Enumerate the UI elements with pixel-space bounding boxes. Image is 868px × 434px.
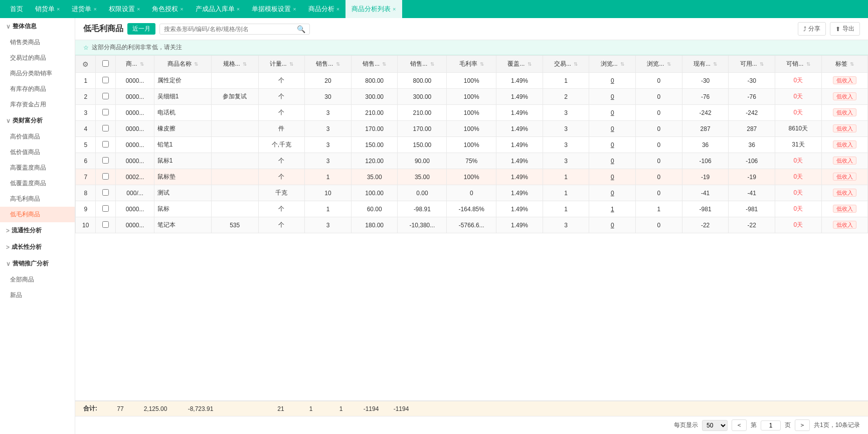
cell-sales-profit: 150.00 — [398, 137, 447, 153]
row-checkbox[interactable] — [102, 205, 109, 212]
cell-browse1[interactable]: 1 — [589, 201, 636, 217]
nav-close-icon[interactable]: × — [93, 6, 96, 12]
sidebar-item-高覆盖度商品[interactable]: 高覆盖度商品 — [0, 160, 75, 176]
nav-item-单据模板设置[interactable]: 单据模板设置× — [246, 0, 302, 18]
cell-transaction: 3 — [543, 137, 589, 153]
col-sales-count[interactable]: 销售... ⇅ — [305, 56, 352, 73]
row-checkbox[interactable] — [102, 109, 109, 115]
sidebar-item-全部商品[interactable]: 全部商品 — [0, 272, 75, 287]
row-checkbox[interactable] — [102, 125, 109, 131]
sidebar-item-库存资金占用[interactable]: 库存资金占用 — [0, 97, 75, 112]
next-page-button[interactable]: ＞ — [795, 419, 810, 431]
col-unit[interactable]: 计量... ⇅ — [258, 56, 305, 73]
row-checkbox[interactable] — [102, 157, 109, 164]
cell-name: 鼠标1 — [154, 153, 211, 169]
sidebar-section-成长性分析[interactable]: >成长性分析 — [0, 239, 75, 255]
col-browse1[interactable]: 浏览... ⇅ — [589, 56, 636, 73]
cell-browse1[interactable]: 0 — [589, 185, 636, 201]
sidebar-item-商品分类助销率[interactable]: 商品分类助销率 — [0, 66, 75, 81]
sidebar-item-高毛利商品[interactable]: 高毛利商品 — [0, 191, 75, 207]
cell-browse1[interactable]: 0 — [589, 153, 636, 169]
cell-sales-count: 1 — [305, 169, 352, 185]
date-filter-button[interactable]: 近一月 — [127, 23, 155, 35]
sidebar-section-整体信息[interactable]: ∨整体信息 — [0, 18, 75, 35]
col-gross-margin[interactable]: 毛利率 ⇅ — [447, 56, 496, 73]
row-checkbox[interactable] — [102, 189, 109, 196]
row-checkbox[interactable] — [102, 77, 109, 83]
col-sellable[interactable]: 可销... ⇅ — [775, 56, 822, 73]
col-checkbox[interactable] — [96, 56, 116, 73]
cell-checkbox[interactable] — [96, 105, 116, 121]
sidebar-item-低覆盖度商品[interactable]: 低覆盖度商品 — [0, 176, 75, 191]
sidebar-item-低毛利商品[interactable]: 低毛利商品 — [0, 207, 75, 222]
col-browse2[interactable]: 浏览... ⇅ — [636, 56, 682, 73]
col-sales-price[interactable]: 销售... ⇅ — [351, 56, 398, 73]
page-input[interactable] — [761, 420, 781, 430]
search-input[interactable] — [164, 26, 297, 33]
nav-close-icon[interactable]: × — [180, 6, 183, 12]
cell-browse1[interactable]: 0 — [589, 89, 636, 105]
cell-checkbox[interactable] — [96, 217, 116, 233]
nav-item-产成品入库单[interactable]: 产成品入库单× — [190, 0, 246, 18]
nav-close-icon[interactable]: × — [57, 6, 60, 12]
cell-current: -242 — [682, 105, 729, 121]
cell-browse1[interactable]: 0 — [589, 121, 636, 137]
cell-checkbox[interactable] — [96, 153, 116, 169]
sidebar-item-高价值商品[interactable]: 高价值商品 — [0, 129, 75, 144]
sidebar-item-新品[interactable]: 新品 — [0, 287, 75, 303]
nav-close-icon[interactable]: × — [393, 6, 396, 12]
cell-checkbox[interactable] — [96, 201, 116, 217]
cell-checkbox[interactable] — [96, 73, 116, 89]
cell-browse2: 0 — [636, 105, 682, 121]
sidebar-item-有库存的商品[interactable]: 有库存的商品 — [0, 81, 75, 97]
col-code[interactable]: 商... ⇅ — [116, 56, 154, 73]
sidebar-section-流通性分析[interactable]: >流通性分析 — [0, 222, 75, 239]
col-name[interactable]: 商品名称 ⇅ — [154, 56, 211, 73]
sidebar-item-销售类商品[interactable]: 销售类商品 — [0, 35, 75, 50]
share-button[interactable]: ⤴ 分享 — [798, 22, 826, 36]
select-all-checkbox[interactable] — [102, 60, 109, 67]
cell-checkbox[interactable] — [96, 185, 116, 201]
nav-item-销货单[interactable]: 销货单× — [29, 0, 66, 18]
sidebar-section-营销推广分析[interactable]: ∨营销推广分析 — [0, 255, 75, 272]
col-tag[interactable]: 标签 ⇅ — [821, 56, 867, 73]
cell-checkbox[interactable] — [96, 169, 116, 185]
nav-close-icon[interactable]: × — [137, 6, 140, 12]
nav-item-商品分析列表[interactable]: 商品分析列表× — [345, 0, 402, 18]
cell-checkbox[interactable] — [96, 121, 116, 137]
col-available[interactable]: 可用... ⇅ — [729, 56, 775, 73]
col-current[interactable]: 现有... ⇅ — [682, 56, 729, 73]
col-spec[interactable]: 规格... ⇅ — [211, 56, 258, 73]
row-checkbox[interactable] — [102, 221, 109, 228]
cell-browse1[interactable]: 0 — [589, 217, 636, 233]
sidebar-item-低价值商品[interactable]: 低价值商品 — [0, 144, 75, 160]
nav-item-角色授权[interactable]: 角色授权× — [146, 0, 189, 18]
col-coverage[interactable]: 覆盖... ⇅ — [496, 56, 543, 73]
export-button[interactable]: ⬆ 导出 — [830, 22, 860, 36]
cell-checkbox[interactable] — [96, 137, 116, 153]
cell-checkbox[interactable] — [96, 89, 116, 105]
per-page-select[interactable]: 50 100 200 — [702, 420, 728, 431]
nav-item-首页[interactable]: 首页 — [4, 0, 29, 18]
col-settings[interactable]: ⚙ — [76, 56, 96, 73]
col-sales-profit[interactable]: 销售... ⇅ — [398, 56, 447, 73]
nav-item-商品分析[interactable]: 商品分析× — [302, 0, 345, 18]
cell-browse1[interactable]: 0 — [589, 169, 636, 185]
nav-close-icon[interactable]: × — [237, 6, 240, 12]
cell-browse1[interactable]: 0 — [589, 137, 636, 153]
cell-browse1[interactable]: 0 — [589, 73, 636, 89]
search-icon[interactable]: 🔍 — [297, 25, 305, 33]
nav-item-进货单[interactable]: 进货单× — [66, 0, 102, 18]
col-transaction[interactable]: 交易... ⇅ — [543, 56, 589, 73]
nav-close-icon[interactable]: × — [336, 6, 339, 12]
cell-browse1[interactable]: 0 — [589, 105, 636, 121]
row-checkbox[interactable] — [102, 141, 109, 148]
nav-item-权限设置[interactable]: 权限设置× — [103, 0, 146, 18]
prev-page-button[interactable]: ＜ — [732, 419, 747, 431]
sidebar: ∨整体信息销售类商品交易过的商品商品分类助销率有库存的商品库存资金占用∨类财富分… — [0, 18, 75, 434]
sidebar-section-类财富分析[interactable]: ∨类财富分析 — [0, 112, 75, 129]
row-checkbox[interactable] — [102, 173, 109, 180]
nav-close-icon[interactable]: × — [293, 6, 296, 12]
row-checkbox[interactable] — [102, 93, 109, 99]
sidebar-item-交易过的商品[interactable]: 交易过的商品 — [0, 50, 75, 66]
